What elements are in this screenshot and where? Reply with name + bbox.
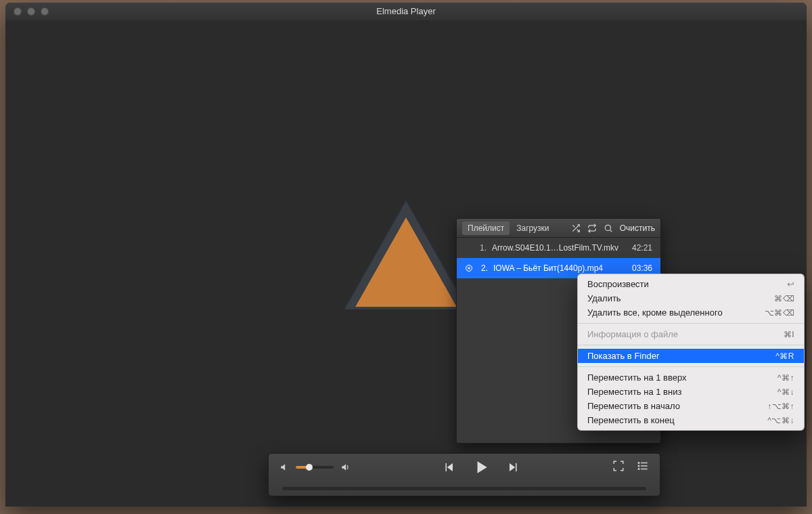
ctx-file-info: Информация о файле⌘I: [578, 327, 804, 341]
titlebar[interactable]: Elmedia Player: [5, 3, 807, 20]
tab-downloads[interactable]: Загрузки: [511, 221, 554, 235]
ctx-move-up[interactable]: Переместить на 1 вверх^⌘↑: [578, 370, 804, 385]
app-window: Elmedia Player Плейлист Загрузки Очистит…: [5, 3, 807, 507]
playlist-item-duration: 42:21: [632, 243, 652, 253]
ctx-label: Показать в Finder: [587, 351, 775, 361]
return-icon: ↩: [787, 279, 794, 289]
ctx-label: Удалить все, кроме выделенного: [587, 307, 765, 318]
ctx-move-down[interactable]: Переместить на 1 вниз^⌘↓: [578, 385, 804, 399]
playlist-item[interactable]: 1. Arrow.S04E10.1…LostFilm.TV.mkv 42:21: [457, 238, 660, 258]
window-controls: [14, 7, 49, 16]
volume-mute-icon[interactable]: [279, 463, 289, 472]
tab-playlist-label: Плейлист: [468, 223, 504, 233]
svg-point-2: [605, 225, 610, 230]
zoom-window-icon[interactable]: [41, 7, 49, 16]
playlist-item-duration: 03:36: [632, 263, 652, 273]
ctx-shortcut: ⌥⌘⌫: [765, 308, 795, 318]
ctx-delete-others[interactable]: Удалить все, кроме выделенного⌥⌘⌫: [578, 305, 804, 320]
menu-separator: [578, 366, 804, 367]
volume-max-icon[interactable]: [340, 463, 350, 472]
play-button[interactable]: [472, 458, 490, 476]
ctx-move-top[interactable]: Переместить в начало↑⌥⌘↑: [578, 399, 804, 413]
tab-playlist[interactable]: Плейлист: [462, 221, 510, 235]
playlist-item-index: 2.: [481, 263, 488, 273]
previous-button[interactable]: [443, 461, 455, 473]
volume-slider[interactable]: [296, 466, 334, 469]
minimize-window-icon[interactable]: [27, 7, 35, 16]
ctx-label: Воспроизвести: [587, 279, 787, 289]
seek-row: [269, 481, 660, 496]
playlist-tabs: Плейлист Загрузки: [462, 221, 555, 235]
playlist-item-name: IOWA – Бьёт Бит(1440p).mp4: [493, 263, 627, 273]
playlist-header: Плейлист Загрузки Очистить: [457, 219, 660, 238]
video-area[interactable]: [5, 20, 807, 507]
playlist-item-index: 1.: [480, 243, 487, 253]
ctx-shortcut: ^⌘↑: [777, 373, 794, 383]
ctx-label: Переместить в начало: [587, 401, 767, 411]
svg-point-5: [638, 466, 639, 467]
playback-controls: [268, 453, 660, 496]
next-button[interactable]: [508, 461, 520, 473]
ctx-reveal-in-finder[interactable]: Показать в Finder^⌘R: [578, 349, 804, 363]
ctx-label: Информация о файле: [587, 329, 784, 339]
close-window-icon[interactable]: [14, 7, 22, 16]
ctx-label: Переместить на 1 вверх: [587, 372, 777, 383]
ctx-shortcut: ⌘I: [784, 330, 794, 339]
search-icon[interactable]: [604, 223, 613, 233]
svg-point-4: [638, 463, 639, 464]
ctx-move-bottom[interactable]: Переместить в конец^⌥⌘↓: [578, 413, 804, 427]
ctx-shortcut: ↑⌥⌘↑: [767, 402, 794, 411]
ctx-shortcut: ^⌘R: [775, 351, 794, 361]
volume-group: [279, 463, 350, 472]
tab-downloads-label: Загрузки: [516, 223, 549, 233]
transport-controls: [443, 458, 520, 476]
repeat-icon[interactable]: [587, 223, 597, 233]
playlist-toggle-icon[interactable]: [637, 460, 649, 475]
ctx-shortcut: ⌘⌫: [774, 294, 794, 303]
seek-slider[interactable]: [282, 487, 646, 490]
ctx-shortcut: ^⌘↓: [777, 387, 794, 397]
window-title: Elmedia Player: [5, 3, 807, 20]
ctx-play[interactable]: Воспроизвести↩: [578, 277, 804, 291]
fullscreen-icon[interactable]: [612, 460, 625, 475]
clear-playlist-button[interactable]: Очистить: [620, 223, 655, 233]
remove-item-icon[interactable]: [465, 264, 473, 272]
shuffle-icon[interactable]: [571, 223, 581, 233]
menu-separator: [578, 323, 804, 324]
context-menu: Воспроизвести↩ Удалить⌘⌫ Удалить все, кр…: [577, 274, 805, 431]
ctx-label: Переместить на 1 вниз: [587, 387, 777, 397]
ctx-label: Переместить в конец: [587, 415, 767, 425]
ctx-delete[interactable]: Удалить⌘⌫: [578, 291, 804, 305]
playlist-item-name: Arrow.S04E10.1…LostFilm.TV.mkv: [492, 243, 627, 253]
ctx-shortcut: ^⌥⌘↓: [767, 416, 794, 425]
menu-separator: [578, 345, 804, 345]
volume-thumb[interactable]: [306, 464, 313, 471]
clear-playlist-label: Очистить: [620, 223, 655, 233]
svg-point-6: [638, 469, 639, 470]
ctx-label: Удалить: [587, 293, 774, 303]
